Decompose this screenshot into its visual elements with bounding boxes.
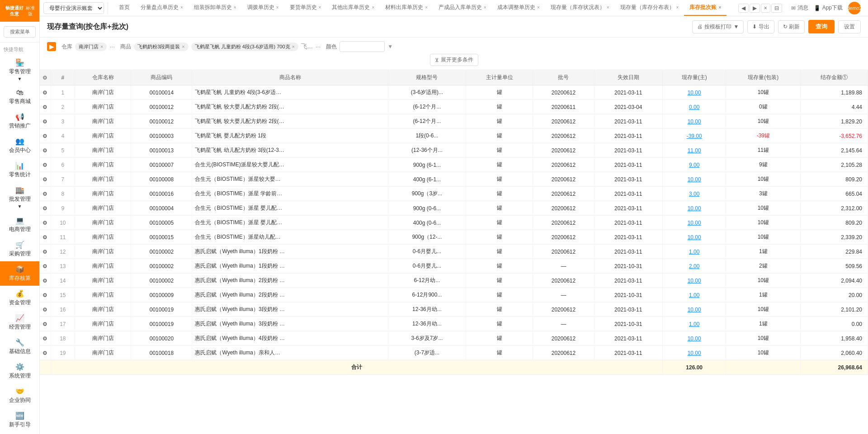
row-gear[interactable]: ⚙	[40, 317, 51, 331]
row-gear[interactable]: ⚙	[40, 259, 51, 274]
gear-column-header[interactable]: ⚙	[40, 70, 51, 85]
row-qty-main[interactable]: 9.00	[662, 158, 726, 172]
row-qty-main[interactable]: 1.00	[662, 245, 726, 259]
warehouse-more-icon[interactable]: ···	[109, 43, 115, 50]
color-dropdown-icon[interactable]: ▼	[387, 43, 393, 50]
tab-inventory-status[interactable]: 现存量（库存状况表） ×	[545, 0, 615, 16]
sidebar-item-finance[interactable]: 💰 资金管理	[0, 286, 39, 310]
tab-close-icon[interactable]: ×	[537, 5, 540, 10]
sidebar-item-basic[interactable]: 🔧 基础信息	[0, 335, 39, 359]
row-qty-main[interactable]: 10.00	[662, 346, 726, 360]
query-button[interactable]: 查询	[808, 20, 835, 33]
warehouse-selector[interactable]: 母婴行业演示账套	[43, 2, 104, 14]
tab-close-icon[interactable]: ×	[607, 5, 609, 10]
row-gear[interactable]: ⚙	[40, 216, 51, 230]
tab-close-icon[interactable]: ×	[425, 5, 428, 10]
sidebar-item-marketing[interactable]: 📢 营销推广	[0, 109, 39, 133]
row-qty-main[interactable]: 10.00	[662, 331, 726, 346]
row-qty-main[interactable]: 10.00	[662, 201, 726, 216]
sidebar-item-app-center[interactable]: 📱 应用中心	[0, 432, 39, 434]
row-gear[interactable]: ⚙	[40, 158, 51, 172]
row-gear[interactable]: ⚙	[40, 114, 51, 129]
row-gear[interactable]: ⚙	[40, 172, 51, 187]
sidebar-item-retail-mgmt[interactable]: 🏪 零售管理 ▼	[0, 55, 39, 85]
row-gear[interactable]: ⚙	[40, 143, 51, 158]
tab-close-icon[interactable]: ×	[484, 5, 486, 10]
tab-scroll-right-button[interactable]: ▶	[750, 4, 760, 13]
row-qty-main[interactable]: 11.00	[662, 143, 726, 158]
tab-close-all-button[interactable]: ×	[761, 4, 770, 13]
row-qty-main[interactable]: 10.00	[662, 114, 726, 129]
product-tag-close-2[interactable]: ×	[292, 44, 295, 49]
tab-close-icon[interactable]: ×	[276, 5, 279, 10]
tab-batch-voucher[interactable]: 库存批次账 ×	[684, 0, 726, 16]
row-qty-main[interactable]: 10.00	[662, 230, 726, 245]
row-gear[interactable]: ⚙	[40, 288, 51, 302]
tab-home[interactable]: 首页	[113, 0, 135, 16]
sidebar-item-system[interactable]: ⚙️ 系统管理	[0, 359, 39, 383]
row-gear[interactable]: ⚙	[40, 100, 51, 114]
row-gear[interactable]: ⚙	[40, 85, 51, 100]
app-download-button[interactable]: 📱 App下载	[814, 4, 843, 12]
tab-close-icon[interactable]: ×	[676, 5, 679, 10]
tab-scroll-left-button[interactable]: ◀	[738, 4, 749, 13]
sidebar-item-wholesale[interactable]: 🏬 批发管理 ▼	[0, 182, 39, 212]
refresh-button[interactable]: ↻ 刷新	[778, 20, 805, 33]
tab-close-icon[interactable]: ×	[234, 5, 236, 10]
row-gear[interactable]: ⚙	[40, 245, 51, 259]
tab-menu-button[interactable]: ⊟	[771, 4, 782, 13]
row-qty-main[interactable]: 10.00	[662, 302, 726, 317]
tab-other-out[interactable]: 其他出库单历史 ×	[326, 0, 380, 16]
tab-exchange[interactable]: 调拨单历史 ×	[242, 0, 284, 16]
color-filter-input[interactable]	[340, 41, 385, 52]
sidebar-item-enterprise[interactable]: 🤝 企业协同	[0, 383, 39, 408]
export-button[interactable]: ⬇ 导出	[747, 20, 774, 33]
search-menu-button[interactable]: 搜索菜单	[4, 26, 36, 38]
settings-button[interactable]: 设置	[838, 20, 861, 33]
row-qty-main[interactable]: 1.00	[662, 288, 726, 302]
row-qty-main[interactable]: 2.00	[662, 259, 726, 274]
tab-close-icon[interactable]: ×	[718, 5, 721, 10]
sidebar-item-operation[interactable]: 📈 经营管理	[0, 310, 39, 335]
row-qty-main[interactable]: 1.00	[662, 317, 726, 331]
tab-inventory-dist[interactable]: 现存量（库存分布表） ×	[615, 0, 684, 16]
sidebar-item-retail-stats[interactable]: 📊 零售统计	[0, 158, 39, 182]
tab-close-icon[interactable]: ×	[319, 5, 321, 10]
tab-split-inventory[interactable]: 分量盘点单历史 ×	[135, 0, 189, 16]
tab-close-icon[interactable]: ×	[180, 5, 183, 10]
tab-close-icon[interactable]: ×	[372, 5, 374, 10]
user-avatar[interactable]: demo2	[848, 2, 861, 14]
row-qty-main[interactable]: -39.00	[662, 129, 726, 143]
row-qty-main[interactable]: 10.00	[662, 172, 726, 187]
tab-disassemble[interactable]: 组装拆卸单历史 ×	[189, 0, 242, 16]
row-qty-main[interactable]: 0.00	[662, 100, 726, 114]
row-qty-main[interactable]: 10.00	[662, 216, 726, 230]
row-qty-main[interactable]: 10.00	[662, 85, 726, 100]
warehouse-tag-close[interactable]: ×	[100, 44, 103, 49]
row-qty-main[interactable]: 3.00	[662, 187, 726, 201]
message-button[interactable]: ✉ 消息	[791, 4, 808, 12]
sidebar-item-retail-shop[interactable]: 🛍 零售商城	[0, 85, 39, 109]
expand-more-conditions-button[interactable]: ⊻ 展开更多条件	[430, 54, 478, 66]
product-more-icon[interactable]: 飞...	[301, 42, 313, 51]
sidebar-item-purchase[interactable]: 🛒 采购管理	[0, 237, 39, 261]
row-gear[interactable]: ⚙	[40, 201, 51, 216]
sidebar-item-ecommerce[interactable]: 💻 电商管理	[0, 212, 39, 237]
row-gear[interactable]: ⚙	[40, 187, 51, 201]
sidebar-item-inventory[interactable]: 📦 库存核算	[0, 261, 39, 286]
row-gear[interactable]: ⚙	[40, 129, 51, 143]
tab-cost-adjust[interactable]: 成本调整单历史 ×	[492, 0, 545, 16]
product-tag-close-1[interactable]: ×	[182, 44, 184, 49]
tab-product-in[interactable]: 产成品入库单历史 ×	[433, 0, 492, 16]
row-qty-main[interactable]: 10.00	[662, 274, 726, 288]
row-gear[interactable]: ⚙	[40, 274, 51, 288]
tab-borrow[interactable]: 要货单历史 ×	[284, 0, 327, 16]
row-gear[interactable]: ⚙	[40, 346, 51, 360]
sidebar-item-member[interactable]: 👥 会员中心	[0, 133, 39, 158]
row-gear[interactable]: ⚙	[40, 230, 51, 245]
filter-expand-icon[interactable]: ▶	[47, 42, 56, 51]
product-more-dots[interactable]: ···	[316, 43, 321, 50]
row-gear[interactable]: ⚙	[40, 331, 51, 346]
tab-material-out[interactable]: 材料出库单历史 ×	[380, 0, 433, 16]
template-print-button[interactable]: 🖨 按模板打印 ▼	[692, 20, 744, 33]
